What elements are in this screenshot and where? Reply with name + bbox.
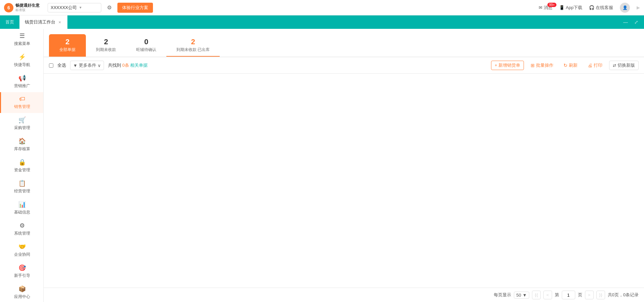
batch-label: 批量操作 bbox=[536, 62, 553, 68]
tab-maximize-button[interactable]: ⤢ bbox=[631, 17, 641, 27]
tab-close-icon[interactable]: ✕ bbox=[57, 20, 62, 24]
sidebar-label-system: 系统管理 bbox=[14, 231, 30, 236]
stat-num-all: 2 bbox=[65, 38, 69, 46]
switch-version-button[interactable]: ⇄ 切换新版 bbox=[609, 61, 639, 70]
filter-label: 更多条件 bbox=[79, 62, 96, 68]
sidebar-label-operations: 经营管理 bbox=[14, 188, 30, 194]
sidebar-item-system[interactable]: ⚙ 系统管理 bbox=[0, 219, 43, 240]
switch-icon: ⇄ bbox=[613, 63, 616, 68]
sidebar-item-marketing[interactable]: 📢 营销推广 bbox=[0, 71, 43, 92]
first-page-button[interactable]: ⟨⟨ bbox=[532, 291, 541, 299]
company-selector[interactable]: XXXXXX公司 ▼ bbox=[48, 3, 101, 12]
quick-nav-icon: ⚡ bbox=[18, 53, 26, 61]
purchase-icon: 🛒 bbox=[18, 116, 26, 124]
sidebar-item-operations[interactable]: 📋 经营管理 bbox=[0, 176, 43, 197]
sidebar-label-app-center: 应用中心 bbox=[14, 294, 30, 300]
switch-label: 切换新版 bbox=[618, 62, 635, 68]
stat-num-overdue: 2 bbox=[104, 38, 108, 46]
stat-tab-overdue-unpaid[interactable]: 2 到期未收款 bbox=[86, 34, 126, 57]
sidebar-item-cooperation[interactable]: 🤝 企业协同 bbox=[0, 240, 43, 261]
sidebar-item-finance[interactable]: 🔒 资金管理 bbox=[0, 155, 43, 176]
sidebar-item-app-center[interactable]: 📦 应用中心 bbox=[0, 282, 43, 302]
per-page-selector[interactable]: 50 ▼ bbox=[514, 292, 529, 299]
basic-info-icon: 📊 bbox=[18, 201, 26, 208]
online-service-label: 在线客服 bbox=[596, 5, 613, 11]
sidebar-item-search-menu[interactable]: ☰ 搜索菜单 bbox=[0, 29, 43, 50]
user-name[interactable]: ▶ bbox=[637, 5, 640, 10]
sidebar-item-inventory[interactable]: 🏠 库存核算 bbox=[0, 134, 43, 155]
result-link[interactable]: 相关单据 bbox=[130, 63, 148, 68]
print-label: 打印 bbox=[594, 62, 602, 68]
batch-operation-button[interactable]: ⊞ 批量操作 bbox=[527, 61, 557, 70]
sidebar-label-search-menu: 搜索菜单 bbox=[14, 41, 30, 47]
next-page-button[interactable]: ＞ bbox=[585, 291, 594, 299]
sidebar-label-basic-info: 基础信息 bbox=[14, 209, 30, 215]
sidebar-label-purchase: 采购管理 bbox=[14, 125, 30, 131]
messages-button[interactable]: ✉ 消息 99+ bbox=[539, 5, 552, 11]
sidebar-label-guide: 新手引导 bbox=[14, 273, 30, 279]
app-download-button[interactable]: 📱 App下载 bbox=[559, 5, 582, 11]
select-all-label: 全选 bbox=[57, 62, 66, 68]
sidebar-label-cooperation: 企业协同 bbox=[14, 252, 30, 257]
result-count: 0条 bbox=[122, 63, 129, 68]
current-page-input[interactable] bbox=[562, 291, 575, 299]
online-service-button[interactable]: 🎧 在线客服 bbox=[589, 5, 613, 11]
print-icon: 🖨 bbox=[588, 63, 592, 68]
stat-tab-shipped[interactable]: 2 到期未收款 已出库 bbox=[166, 34, 220, 57]
refresh-button[interactable]: ↻ 刷新 bbox=[560, 61, 581, 70]
sidebar-label-quick-nav: 快捷导航 bbox=[14, 62, 30, 68]
sidebar-item-basic-info[interactable]: 📊 基础信息 bbox=[0, 197, 43, 219]
page-suffix: 页 bbox=[578, 292, 582, 298]
stat-label-wangpu: 旺辅待确认 bbox=[136, 47, 156, 53]
result-prefix: 共找到 bbox=[108, 63, 121, 68]
messages-badge: 99+ bbox=[547, 3, 556, 7]
search-menu-icon: ☰ bbox=[19, 32, 25, 40]
message-icon: ✉ bbox=[539, 5, 542, 10]
sidebar-item-purchase[interactable]: 🛒 采购管理 bbox=[0, 113, 43, 134]
app-download-label: App下载 bbox=[566, 5, 582, 11]
guide-icon: 🎯 bbox=[18, 264, 26, 271]
header-right: ✉ 消息 99+ 📱 App下载 🎧 在线客服 👤 ▶ bbox=[539, 3, 640, 13]
refresh-icon: ↻ bbox=[564, 63, 568, 68]
stat-num-wangpu: 0 bbox=[144, 38, 148, 46]
content-area: 2 全部单据 2 到期未收款 0 旺辅待确认 2 到期未收款 已出库 全选 ▼ … bbox=[44, 29, 644, 302]
prev-page-button[interactable]: ＜ bbox=[543, 291, 552, 299]
logo-main-text: 畅捷通好生意 bbox=[15, 3, 40, 8]
refresh-label: 刷新 bbox=[569, 62, 578, 68]
sidebar-item-sales[interactable]: 🏷 销售管理 bbox=[0, 92, 43, 113]
settings-button[interactable]: ⚙ bbox=[105, 3, 114, 12]
tab-home[interactable]: 首页 bbox=[0, 15, 19, 29]
user-avatar[interactable]: 👤 bbox=[620, 3, 630, 13]
tab-minimize-button[interactable]: — bbox=[621, 17, 631, 27]
tab-home-label: 首页 bbox=[5, 19, 14, 25]
experience-button[interactable]: 体验行业方案 bbox=[117, 3, 153, 13]
per-page-label: 每页显示 bbox=[494, 292, 511, 298]
sidebar-item-guide[interactable]: 🎯 新手引导 bbox=[0, 261, 43, 282]
tab-cash-daily[interactable]: 钱货日清工作台 ✕ bbox=[19, 15, 67, 29]
new-order-button[interactable]: + 新增销货单 bbox=[491, 61, 524, 70]
stat-label-overdue: 到期未收款 bbox=[96, 47, 116, 53]
toolbar: 全选 ▼ 更多条件 ∨ 共找到 0条 相关单据 + 新增销货单 ⊞ 批量操作 bbox=[44, 57, 644, 74]
stat-tab-all[interactable]: 2 全部单据 bbox=[49, 34, 86, 57]
sidebar-label-inventory: 库存核算 bbox=[14, 146, 30, 152]
print-button[interactable]: 🖨 打印 bbox=[584, 61, 606, 70]
main-layout: ☰ 搜索菜单 ⚡ 快捷导航 📢 营销推广 🏷 销售管理 🛒 采购管理 🏠 库存核… bbox=[0, 29, 644, 302]
finance-icon: 🔒 bbox=[18, 159, 26, 166]
tab-bar: 首页 钱货日清工作台 ✕ — ⤢ bbox=[0, 15, 644, 29]
sidebar-item-quick-nav[interactable]: ⚡ 快捷导航 bbox=[0, 50, 43, 71]
marketing-icon: 📢 bbox=[18, 74, 26, 82]
pagination-bar: 每页显示 50 ▼ ⟨⟨ ＜ 第 页 ＞ ⟩⟩ 共0页，0条记录 bbox=[44, 288, 644, 302]
stat-tab-wangpu[interactable]: 0 旺辅待确认 bbox=[126, 34, 166, 57]
header-actions: ⚙ 体验行业方案 bbox=[105, 3, 153, 13]
total-info: 共0页，0条记录 bbox=[608, 292, 639, 298]
filter-button[interactable]: ▼ 更多条件 ∨ bbox=[70, 61, 104, 70]
sidebar-label-sales: 销售管理 bbox=[14, 104, 30, 110]
sales-icon: 🏷 bbox=[19, 96, 25, 103]
cooperation-icon: 🤝 bbox=[18, 243, 26, 250]
select-all-checkbox[interactable] bbox=[49, 63, 53, 68]
page-label: 第 bbox=[555, 292, 559, 298]
app-center-icon: 📦 bbox=[18, 285, 26, 293]
last-page-button[interactable]: ⟩⟩ bbox=[596, 291, 605, 299]
per-page-value: 50 bbox=[516, 293, 521, 298]
stat-label-all: 全部单据 bbox=[59, 47, 75, 53]
